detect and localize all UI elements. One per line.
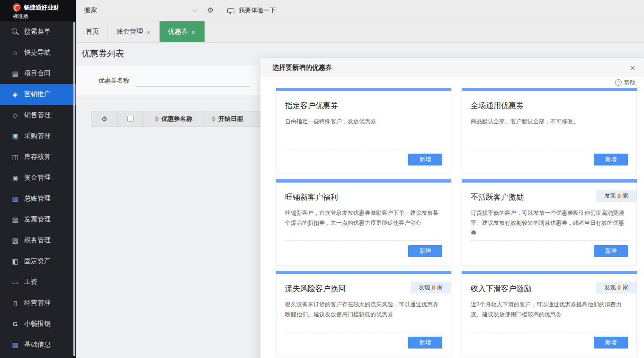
building-icon: ◧	[11, 257, 19, 265]
close-icon[interactable]: ×	[191, 28, 196, 36]
card-accent-bar	[462, 88, 637, 91]
tab-label: 账套管理	[116, 28, 143, 36]
badge-suffix: 家	[437, 284, 443, 292]
sidebar-item-inventory[interactable]: ◫ 库存核算	[0, 147, 76, 167]
sidebar-item-reimbursement[interactable]: G 小畅报销	[0, 313, 76, 334]
divider	[471, 332, 628, 332]
dialog-header: 选择要新增的优惠券 ×	[260, 58, 644, 77]
sales-icon: ◇	[11, 111, 19, 119]
card-declining-revenue: 收入下滑客户激励 发现 0 家 近3个月收入下滑的客户，可以通过优惠券提高他们的…	[462, 271, 637, 357]
app-logo: 畅捷通好业财 标准版	[0, 0, 76, 21]
tab-home[interactable]: 首页	[77, 21, 108, 42]
tab-coupon[interactable]: 优惠券 ×	[160, 21, 205, 42]
reimbursement-icon: G	[11, 321, 19, 328]
card-accent-bar	[276, 271, 451, 274]
sidebar-item-payroll[interactable]: ▭ 工资	[0, 272, 76, 293]
card-designated-customer: 指定客户优惠券 自由指定一些特殊客户，发放优惠券 新增	[276, 88, 451, 174]
help-icon: ?	[615, 79, 622, 86]
sidebar-item-label: 发票管理	[24, 215, 51, 224]
coupon-name-input[interactable]	[136, 74, 250, 87]
add-coupon-dialog: 选择要新增的优惠券 × ? 帮助 指定客户优惠券 自由指定一些特殊客户，发放优惠…	[260, 58, 644, 358]
add-coupon-button[interactable]: 新增	[408, 337, 442, 349]
sidebar-scrollbar[interactable]	[73, 22, 75, 356]
clipboard-icon: ▯	[11, 299, 19, 307]
sidebar-item-project-contract[interactable]: ▤ 项目合同	[0, 63, 76, 84]
ledger-book-icon: ▥	[11, 195, 19, 202]
tab-label: 优惠券	[168, 28, 188, 36]
help-link[interactable]: ? 帮助	[260, 78, 644, 87]
app-title: 畅捷通好业财	[24, 4, 59, 12]
settings-button[interactable]: ⚙	[207, 7, 214, 14]
badge-prefix: 发现	[604, 284, 616, 292]
account-set-value: 搬家	[84, 6, 97, 15]
gift-icon: ◈	[11, 91, 19, 98]
badge-suffix: 家	[623, 284, 628, 292]
card-inactive-customer: 不活跃客户激励 发现 0 家 订货频率低的客户，可以发放一些优惠券吸引他们提高消…	[462, 179, 637, 266]
tab-label: 首页	[86, 28, 99, 36]
sidebar-item-search-menu[interactable]: 搜索菜单	[0, 21, 76, 42]
sort-icon	[155, 116, 159, 122]
sidebar-item-label: 营销推广	[24, 90, 51, 99]
add-coupon-button[interactable]: 新增	[408, 154, 442, 165]
card-description: 自由指定一些特殊客户，发放优惠券	[285, 117, 442, 127]
sidebar-item-purchase[interactable]: ▣ 采购管理	[0, 126, 76, 147]
sidebar-item-label: 资金管理	[24, 174, 51, 182]
badge-suffix: 家	[623, 192, 628, 200]
sidebar-item-tax[interactable]: ▧ 税务管理	[0, 230, 76, 251]
sidebar-item-label: 工资	[24, 278, 37, 286]
select-all-checkbox[interactable]	[127, 116, 134, 122]
column-label: 开始日期	[218, 115, 243, 123]
table-header: ⚙ 优惠券名称 开始日期	[91, 111, 290, 127]
sidebar-item-sales[interactable]: ◇ 销售管理	[0, 105, 76, 126]
sidebar-item-fixed-assets[interactable]: ◧ 固定资产	[0, 251, 76, 272]
sidebar-item-label: 基础信息	[24, 340, 51, 349]
column-settings-button[interactable]: ⚙	[91, 111, 118, 126]
card-accent-bar	[462, 271, 637, 274]
close-icon[interactable]: ×	[146, 28, 151, 36]
sidebar-item-operations[interactable]: ▯ 经营管理	[0, 293, 76, 313]
column-label: 优惠券名称	[161, 115, 192, 123]
sidebar-item-general-ledger[interactable]: ▥ 总账管理	[0, 188, 76, 209]
gear-icon: ⚙	[207, 7, 214, 14]
add-coupon-button[interactable]: 新增	[594, 154, 628, 165]
sidebar-item-invoice[interactable]: ▨ 发票管理	[0, 209, 76, 230]
column-header-coupon-name[interactable]: 优惠券名称	[143, 111, 204, 126]
card-description: 很久没有来订货的客户存在较大的流失风险，可以通过优惠券唤醒他们。建议发放使用门槛…	[285, 300, 442, 320]
warehouse-icon: ◫	[11, 153, 19, 161]
account-set-dropdown[interactable]: 搬家	[84, 6, 199, 15]
sidebar-item-label: 税务管理	[24, 236, 51, 245]
chevron-down-icon	[192, 7, 197, 12]
add-coupon-button[interactable]: 新增	[408, 245, 442, 257]
experience-link[interactable]: 我要体验一下	[227, 6, 276, 15]
tab-bar: 首页 账套管理 × 优惠券 ×	[76, 21, 644, 43]
sidebar-item-label: 固定资产	[24, 257, 51, 266]
page-title: 优惠券列表	[81, 48, 124, 59]
card-accent-bar	[462, 179, 637, 183]
card-universal: 全场通用优惠券 商品默认全部、客户默认全部，不可修改。 新增	[462, 88, 637, 174]
sidebar-item-funds[interactable]: ◉ 资金管理	[0, 167, 76, 188]
sidebar-item-basic-info[interactable]: ▦ 基础信息	[0, 334, 76, 355]
add-coupon-button[interactable]: 新增	[594, 337, 628, 349]
sidebar-item-marketing[interactable]: ◈ 营销推广	[0, 84, 76, 105]
invoice-icon: ▨	[11, 216, 19, 223]
sidebar-item-label: 经营管理	[24, 299, 51, 307]
card-description: 旺铺新客户，首次登录发放优惠券激励客户下单。建议发放某个爆品的折扣券，大一点的优…	[285, 208, 442, 228]
sidebar-item-label: 库存核算	[24, 153, 51, 161]
badge-prefix: 发现	[604, 192, 616, 200]
coupon-type-grid: 指定客户优惠券 自由指定一些特殊客户，发放优惠券 新增 全场通用优惠券 商品默认…	[260, 87, 644, 358]
add-coupon-button[interactable]: 新增	[594, 245, 628, 257]
sidebar-item-label: 搜索菜单	[24, 28, 51, 36]
tab-account-books[interactable]: 账套管理 ×	[108, 21, 160, 42]
card-description: 商品默认全部、客户默认全部，不可修改。	[471, 117, 628, 127]
card-title: 指定客户优惠券	[285, 101, 442, 111]
sidebar-item-quick-nav[interactable]: ⌂ 快捷导航	[0, 42, 76, 63]
experience-label: 我要体验一下	[239, 6, 276, 15]
logo-icon	[13, 3, 21, 11]
card-description: 近3个月收入下滑的客户，可以通过优惠券提高他们的消费力度。建议发放使用门槛较高的…	[471, 300, 628, 320]
card-churn-risk: 流失风险客户挽回 发现 0 家 很久没有来订货的客户存在较大的流失风险，可以通过…	[276, 271, 451, 357]
close-icon[interactable]: ×	[630, 63, 635, 73]
grid-icon: ▦	[11, 341, 19, 349]
sidebar-item-label: 销售管理	[24, 111, 51, 119]
select-all-cell	[118, 111, 143, 126]
found-count-badge: 发现 0 家	[596, 190, 636, 202]
